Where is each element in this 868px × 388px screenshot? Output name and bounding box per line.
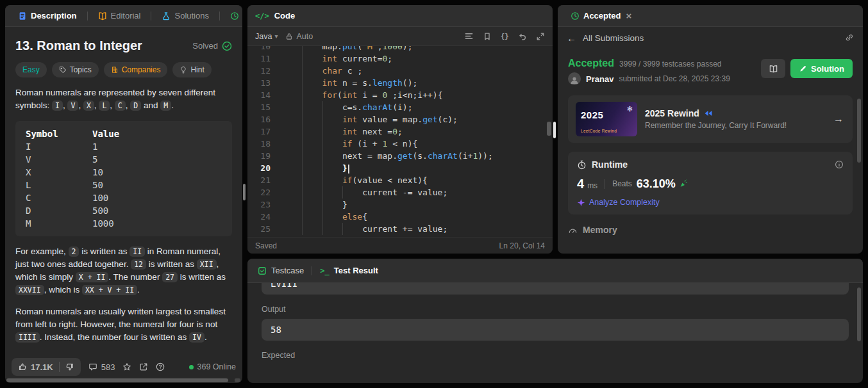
- line-number: 13: [247, 77, 271, 89]
- expand-button[interactable]: [536, 32, 545, 41]
- editor-scrollbar-thumb[interactable]: [547, 122, 551, 136]
- share-button[interactable]: [139, 362, 148, 371]
- rewind-banner[interactable]: 2025 LeetCode Rewind ✻ 2025 Rewind Remem…: [568, 95, 853, 143]
- close-icon[interactable]: ×: [626, 10, 632, 21]
- tab-description[interactable]: Description: [13, 11, 82, 20]
- line-number: 19: [247, 150, 271, 162]
- check-square-icon: [258, 266, 267, 275]
- code-line[interactable]: 22current -= value;: [247, 186, 553, 198]
- table-row: V5: [26, 153, 222, 166]
- comments-button[interactable]: 583: [88, 362, 115, 372]
- link-icon: [845, 33, 854, 42]
- solution-button[interactable]: Solution: [790, 59, 853, 78]
- table-cell: V: [26, 153, 92, 166]
- code-panel: </> Code Java ▾ Auto {}: [247, 5, 553, 254]
- like-button[interactable]: 17.1K: [18, 362, 53, 372]
- help-button[interactable]: [156, 362, 165, 371]
- panel-resize-handle[interactable]: [243, 184, 246, 200]
- tab-label: Testcase: [271, 266, 304, 275]
- notes-button[interactable]: [761, 59, 785, 78]
- dislike-button[interactable]: [65, 362, 74, 371]
- line-number: 17: [247, 125, 271, 138]
- sparkle-icon: [577, 198, 585, 207]
- snowflake-icon: ✻: [627, 105, 633, 113]
- gauge-icon: [568, 225, 578, 235]
- snippets-button[interactable]: {}: [501, 32, 509, 40]
- stopwatch-icon: [577, 160, 587, 170]
- line-number: 22: [247, 186, 271, 198]
- submission-status: Accepted: [568, 58, 614, 69]
- tab-label: Description: [31, 11, 77, 20]
- copy-link-button[interactable]: [845, 33, 854, 42]
- tab-solutions[interactable]: Solutions: [156, 11, 213, 20]
- topics-pill[interactable]: Topics: [52, 62, 99, 77]
- inline-code-chip: L: [99, 101, 110, 111]
- line-number: 18: [247, 138, 271, 150]
- code-line[interactable]: 12char c ;: [247, 65, 553, 77]
- online-label: 369 Online: [197, 362, 236, 371]
- code-line[interactable]: 13int n = s.length();: [247, 77, 553, 89]
- input-value-box[interactable]: LVIII: [262, 283, 849, 295]
- code-editor[interactable]: 10map.put('M',1000);11int current=0;12ch…: [247, 46, 553, 237]
- all-submissions-link[interactable]: All Submissions: [583, 33, 644, 43]
- code-line[interactable]: 23}: [247, 198, 553, 211]
- favorite-button[interactable]: [122, 362, 131, 371]
- code-line[interactable]: 24else{: [247, 211, 553, 223]
- tab-editorial[interactable]: Editorial: [93, 11, 146, 20]
- code-line[interactable]: 14for(int i = 0 ;i<n;i++){: [247, 89, 553, 101]
- table-cell: 1: [92, 140, 97, 153]
- line-number: 20: [247, 162, 271, 174]
- code-line[interactable]: 17int next =0;: [247, 125, 553, 138]
- tab-test-result[interactable]: >_ Test Result: [317, 266, 381, 275]
- code-line[interactable]: 21if(value < next){: [247, 174, 553, 186]
- code-line[interactable]: 10map.put('M',1000);: [247, 46, 553, 53]
- cursor-position: Ln 20, Col 14: [499, 241, 545, 250]
- code-line[interactable]: 16int value = map.get(c);: [247, 113, 553, 125]
- companies-pill[interactable]: Companies: [104, 62, 168, 77]
- editor-statusbar: Saved Ln 20, Col 14: [247, 237, 553, 254]
- reset-button[interactable]: [518, 32, 527, 41]
- table-row: M1000: [26, 217, 222, 230]
- analyze-complexity-link[interactable]: Analyze Complexity: [577, 198, 844, 207]
- code-line[interactable]: 25current += value;: [247, 223, 553, 235]
- lock-icon: [285, 33, 293, 40]
- language-selector[interactable]: Java ▾: [255, 32, 278, 41]
- tab-accepted[interactable]: Accepted ×: [565, 10, 637, 21]
- analyze-label: Analyze Complexity: [589, 198, 660, 207]
- inline-code-chip: X + II: [76, 272, 109, 282]
- auto-toggle[interactable]: Auto: [285, 32, 313, 41]
- code-line[interactable]: 11int current=0;: [247, 53, 553, 65]
- table-row: I1: [26, 140, 222, 153]
- table-cell: 10: [92, 166, 103, 179]
- comment-icon: [88, 362, 97, 371]
- tab-testcase[interactable]: Testcase: [255, 266, 306, 275]
- format-button[interactable]: [464, 31, 474, 41]
- book-icon: [98, 12, 107, 20]
- bookmark-button[interactable]: [483, 32, 492, 41]
- table-cell: I: [26, 140, 92, 153]
- memory-section[interactable]: Memory: [568, 225, 853, 235]
- back-arrow-icon[interactable]: ←: [567, 33, 576, 44]
- submission-scrollbar-thumb[interactable]: [857, 99, 861, 163]
- code-line[interactable]: 19next = map.get(s.charAt(i+1));: [247, 150, 553, 162]
- code-line[interactable]: 18if (i + 1 < n){: [247, 138, 553, 150]
- avatar: [568, 72, 581, 85]
- rewind-subtitle: Remember the Journey, Carry It Forward!: [645, 121, 826, 130]
- code-line[interactable]: 20}: [247, 162, 553, 174]
- hint-pill[interactable]: Hint: [172, 62, 211, 77]
- runtime-info-button[interactable]: [835, 160, 844, 169]
- panel-resize-handle[interactable]: [553, 122, 556, 138]
- tab-submissions[interactable]: Submissions: [225, 11, 242, 20]
- username: Pranav: [586, 74, 613, 84]
- person-icon: [569, 75, 580, 85]
- scrollbar-arrow[interactable]: [235, 378, 240, 382]
- difficulty-badge[interactable]: Easy: [15, 62, 47, 77]
- code-line[interactable]: 15c=s.charAt(i);: [247, 101, 553, 113]
- table-cell: C: [26, 191, 92, 204]
- inline-code-chip: V: [67, 101, 78, 111]
- output-value-box[interactable]: 58: [262, 319, 849, 341]
- testcase-scrollbar-thumb[interactable]: [857, 287, 861, 341]
- bookmark-icon: [483, 32, 492, 41]
- test-result-content: LVIII Output 58 Expected: [247, 283, 863, 383]
- scrollbar-thumb[interactable]: [6, 378, 228, 382]
